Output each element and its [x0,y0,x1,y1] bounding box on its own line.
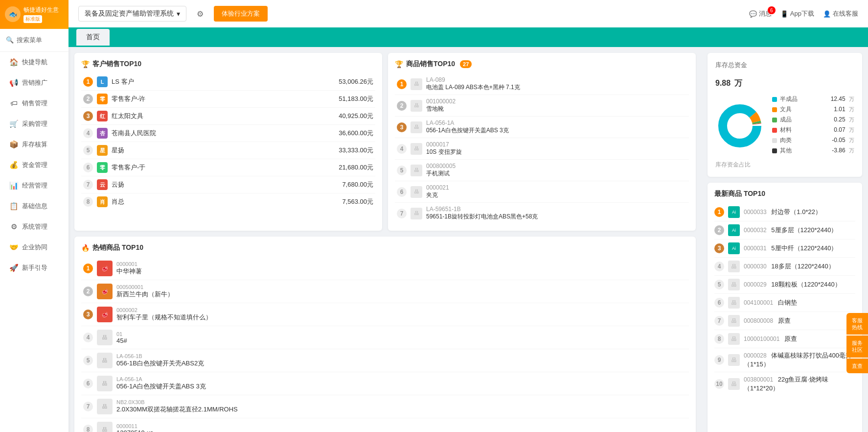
sidebar-item-purchase[interactable]: 🛒 采购管理 [0,114,69,134]
legend-item: 材料 0.07 万 [772,126,854,134]
app-download-btn[interactable]: 📱 App下载 [780,9,814,18]
sidebar-label-cooperate: 企业协同 [22,243,47,252]
product-name: 45# [116,337,687,344]
sidebar-item-inventory[interactable]: 📦 库存核算 [0,134,69,155]
product-name: 056-1B白色按键开关壳ABS2克 [116,359,687,368]
list-item: 10 品 003800001 22g鱼豆腐·烧烤味（1*12*20） [714,372,855,396]
chart-area: 半成品 12.45 万 文具 1.01 万 成品 0.25 万 材料 0.07 … [715,95,854,157]
logo-icon: 🐟 [5,6,21,22]
product-name: 59651-1B旋转投影灯电池盒ABS黑色+58克 [426,213,687,221]
rank-number: 6 [397,187,407,197]
settings-button[interactable]: ⚙ [192,6,208,22]
product-info: LA-056-1A 056-1A白色按键开关盖ABS 3克 [116,376,687,391]
sidebar-item-operation[interactable]: 📊 经营管理 [0,175,69,196]
list-item: 8 品 0000011 12070519-xs [81,418,689,432]
product-info: 0000029 18颗粒板（1220*2440） [744,280,855,289]
top-header: 装备及固定资产辅助管理系统 ▾ ⚙ 体验行业方案 💬 消息 6 📱 App下载 … [69,0,868,27]
legend-name: 肉类 [780,136,829,144]
customer-name: 零售客户-于 [112,163,335,172]
header-right: 💬 消息 6 📱 App下载 👤 在线客服 [749,9,858,18]
message-icon: 💬 [749,10,757,18]
table-row: 3 品 LA-056-1A 056-1A白色按键开关盖ABS 3克 [395,117,689,138]
list-item: 2 🥩 000500001 新西兰牛肉（新牛） [81,280,689,303]
float-service-community-btn[interactable]: 服务 社区 [846,336,868,358]
product-code: 0000001 [116,261,687,267]
product-name: 原查 [778,317,791,324]
sidebar-label-guide: 新手引导 [22,264,47,272]
sidebar-item-basic[interactable]: 📋 基础信息 [0,196,69,216]
product-info: 000500001 新西兰牛肉（新牛） [116,284,687,299]
sidebar-label-marketing: 营销推广 [22,78,47,87]
product-code: 000800005 [426,163,687,169]
list-item: 9 品 0000028 体碱嘉枝味苏打饮品400毫升（1*15） [714,348,855,372]
table-row: 5 品 000800005 手机测试 [395,160,689,181]
trial-button[interactable]: 体验行业方案 [214,6,268,22]
float-customer-service-btn[interactable]: 客服 热线 [846,313,868,335]
sidebar-label-finance: 资金管理 [22,161,47,169]
product-name: 智利车子里（规格不知道填什么） [116,313,687,322]
avatar: 零 [97,94,108,104]
product-icon: 品 [728,354,740,366]
product-icon: 品 [411,165,422,176]
table-row: 6 品 0000021 夹克 [395,181,689,203]
customer-ranking-card: 🏆 客户销售TOP10 1 L LS 客户 53,006.26元 2 零 零售客… [74,53,382,231]
sidebar-item-quick-nav[interactable]: 🏠 快捷导航 [0,52,69,72]
right-panel: 库存总资金 9.88 万 半成品 1 [702,47,868,432]
list-item: 5 品 0000029 18颗粒板（1220*2440） [714,276,855,294]
main-area: 装备及固定资产辅助管理系统 ▾ ⚙ 体验行业方案 💬 消息 6 📱 App下载 … [69,0,868,432]
online-service-label: 在线客服 [833,9,858,18]
sidebar-logo: 🐟 畅捷通好生意 标准版 [0,0,69,29]
avatar: L [97,76,108,87]
product-code: LA-056-1B [116,353,687,359]
online-service-btn[interactable]: 👤 在线客服 [823,9,858,18]
guide-icon: 🚀 [9,264,18,272]
chart-label: 库存资金占比 [715,161,854,169]
customer-name: 肖总 [112,197,338,206]
sidebar-item-system[interactable]: ⚙ 系统管理 [0,216,69,237]
product-info: 0000033 封边带（1.0*22） [744,208,855,216]
sidebar-item-sales[interactable]: 🏷 销售管理 [0,93,69,114]
system-selector[interactable]: 装备及固定资产辅助管理系统 ▾ [78,6,186,22]
product-code: 000800008 [744,317,773,324]
product-name: 白钢垫 [778,299,797,306]
product-code: 0000032 [744,227,767,234]
product-name: 18颗粒板（1220*2440） [771,281,841,288]
sidebar-item-finance[interactable]: 💰 资金管理 [0,155,69,175]
customer-name: 红太阳文具 [112,112,335,120]
tab-home[interactable]: 首页 [76,29,110,46]
product-code: 0000021 [426,184,687,191]
legend-value: 0.07 万 [834,126,854,134]
rank-number: 7 [83,402,93,411]
customer-amount: 33,333.00元 [339,146,373,155]
product-code: 004100001 [744,299,773,306]
message-btn[interactable]: 💬 消息 6 [749,9,772,18]
sidebar-label-basic: 基础信息 [22,202,47,211]
sidebar-label-quick-nav: 快捷导航 [22,58,47,67]
search-menu-btn[interactable]: 🔍 搜索菜单 [6,34,63,47]
product-name: 18多层（1220*2440） [771,263,834,270]
list-item: 4 品 01 45# [81,326,689,349]
system-icon: ⚙ [9,222,18,231]
list-item: 7 品 NB2.0X30B 2.0X30MM双搓花轴搓花直径2.1MM/ROHS [81,395,689,418]
sidebar-item-cooperate[interactable]: 🤝 企业协同 [0,237,69,258]
product-icon: 品 [411,143,422,155]
rank-number: 9 [714,355,724,365]
hot-products-card: 🔥 热销商品 TOP10 1 🥩 0000001 中华神薯 2 🥩 000500… [74,237,696,432]
list-item: 8 品 10000100001 原查 [714,330,855,348]
sidebar-search-section[interactable]: 🔍 搜索菜单 [0,29,69,52]
product-info: 0000030 18多层（1220*2440） [744,262,855,271]
table-row: 7 品 LA-59651-1B 59651-1B旋转投影灯电池盒ABS黑色+58… [395,203,689,224]
hot-products-list: 1 🥩 0000001 中华神薯 2 🥩 000500001 新西兰牛肉（新牛）… [81,257,689,432]
search-icon: 🔍 [6,36,14,44]
product-trophy-icon: 🏆 [395,60,403,68]
rank-number: 3 [714,243,724,253]
sidebar-item-guide[interactable]: 🚀 新手引导 [0,258,69,278]
list-item: 1 Ai 0000033 封边带（1.0*22） [714,203,855,221]
product-info: 0000032 5厘多层（1220*2440） [744,226,855,235]
float-direct-btn[interactable]: 直查 [846,359,868,373]
avatar: 云 [97,179,108,190]
rank-number: 5 [397,166,407,175]
product-code: 0000002 [116,307,687,313]
top-rankings: 🏆 客户销售TOP10 1 L LS 客户 53,006.26元 2 零 零售客… [74,53,696,231]
sidebar-item-marketing[interactable]: 📢 营销推广 [0,72,69,93]
